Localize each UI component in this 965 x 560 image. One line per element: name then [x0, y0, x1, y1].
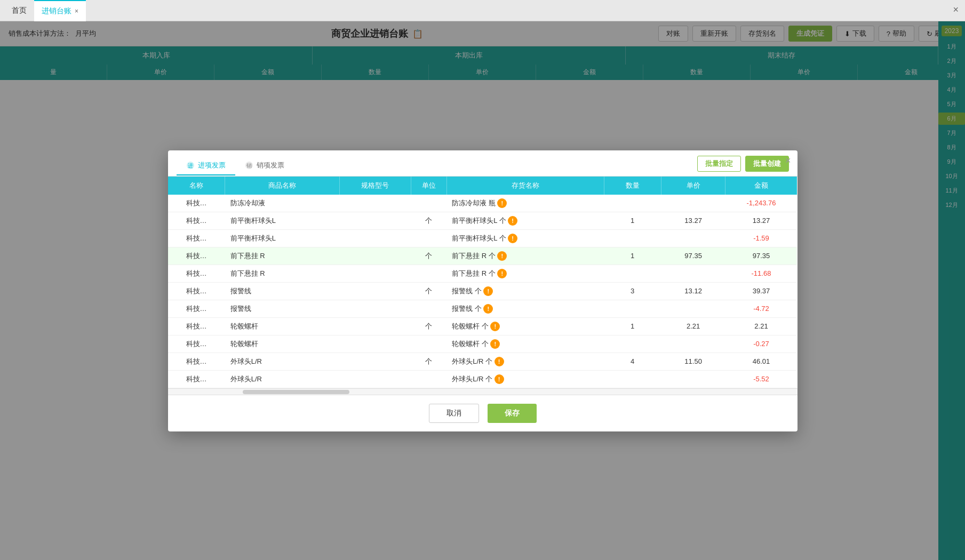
cell-unit	[411, 370, 446, 388]
modal-overlay: 进 进项发票 销 销项发票 批量指定 批量创建 ×	[0, 21, 965, 560]
cell-spec	[339, 317, 411, 335]
cell-amount: -1.59	[725, 229, 797, 247]
cell-inventory: 防冻冷却液 瓶 !	[446, 195, 604, 212]
cell-product-name: 前下悬挂 R	[225, 247, 339, 265]
modal-dialog: 进 进项发票 销 销项发票 批量指定 批量创建 ×	[168, 150, 797, 431]
cell-company: 科技…	[168, 247, 225, 265]
table-row[interactable]: 科技… 防冻冷却液 防冻冷却液 瓶 ! -1,243.76	[168, 195, 797, 212]
cell-amount: 46.01	[725, 353, 797, 370]
cell-spec	[339, 229, 411, 247]
cell-qty	[604, 195, 661, 212]
table-row[interactable]: 科技… 前下悬挂 R 前下悬挂 R 个 ! -11.68	[168, 265, 797, 282]
cell-amount: -1,243.76	[725, 195, 797, 212]
modal-footer: 取消 保存	[168, 395, 797, 431]
alert-icon: !	[497, 251, 507, 261]
table-row[interactable]: 科技… 前平衡杆球头L 个 前平衡杆球头L 个 ! 1 13.27 13.27	[168, 212, 797, 229]
alert-icon: !	[495, 374, 504, 384]
cell-qty	[604, 265, 661, 282]
table-row[interactable]: 科技… 前平衡杆球头L 前平衡杆球头L 个 ! -1.59	[168, 229, 797, 247]
cell-unit	[411, 229, 446, 247]
cell-price	[661, 370, 725, 388]
cell-product-name: 报警线	[225, 282, 339, 300]
cell-amount: 2.21	[725, 317, 797, 335]
table-row[interactable]: 科技… 报警线 个 报警线 个 ! 3 13.12 39.37	[168, 282, 797, 300]
batch-designate-button[interactable]: 批量指定	[697, 156, 741, 172]
col-spec: 规格型号	[339, 177, 411, 195]
modal-close-button[interactable]: ×	[785, 156, 791, 165]
cell-product-name: 防冻冷却液	[225, 195, 339, 212]
col-unit: 单位	[411, 177, 446, 195]
table-row[interactable]: 科技… 轮毂螺杆 轮毂螺杆 个 ! -0.27	[168, 335, 797, 353]
col-company: 名称	[168, 177, 225, 195]
batch-create-button[interactable]: 批量创建	[745, 156, 789, 172]
table-row[interactable]: 科技… 前下悬挂 R 个 前下悬挂 R 个 ! 1 97.35 97.35	[168, 247, 797, 265]
horizontal-scrollbar[interactable]	[168, 388, 797, 395]
cell-inventory: 轮毂螺杆 个 !	[446, 335, 604, 353]
tab-invoice-out-label: 销项发票	[257, 161, 284, 170]
cell-product-name: 轮毂螺杆	[225, 317, 339, 335]
alert-icon: !	[490, 339, 500, 349]
cell-company: 科技…	[168, 212, 225, 229]
tab-invoice-in[interactable]: 进 进项发票	[177, 156, 235, 175]
cell-spec	[339, 247, 411, 265]
cell-company: 科技…	[168, 229, 225, 247]
tab-ledger[interactable]: 进销台账 ×	[34, 0, 86, 21]
cell-unit	[411, 195, 446, 212]
table-row[interactable]: 科技… 轮毂螺杆 个 轮毂螺杆 个 ! 1 2.21 2.21	[168, 317, 797, 335]
col-product-name: 商品名称	[225, 177, 339, 195]
cell-qty	[604, 335, 661, 353]
cell-inventory: 报警线 个 !	[446, 300, 604, 317]
cell-unit: 个	[411, 212, 446, 229]
modal-action-buttons: 批量指定 批量创建	[697, 156, 789, 176]
alert-icon: !	[483, 286, 493, 296]
main-area: 销售成本计算方法： 月平均 商贸企业进销台账 📋 对账 重新开账 存货别名 生成…	[0, 21, 965, 560]
cell-amount: -11.68	[725, 265, 797, 282]
cell-amount: -0.27	[725, 335, 797, 353]
cell-product-name: 前平衡杆球头L	[225, 212, 339, 229]
cell-price	[661, 195, 725, 212]
tab-home[interactable]: 首页	[4, 0, 34, 21]
cell-qty	[604, 300, 661, 317]
alert-icon: !	[490, 322, 500, 331]
cell-qty	[604, 370, 661, 388]
table-row[interactable]: 科技… 报警线 报警线 个 ! -4.72	[168, 300, 797, 317]
modal-header: 进 进项发票 销 销项发票 批量指定 批量创建 ×	[168, 150, 797, 177]
window-close-button[interactable]: ×	[953, 4, 959, 15]
cell-company: 科技…	[168, 370, 225, 388]
cell-qty: 3	[604, 282, 661, 300]
scroll-thumb[interactable]	[243, 390, 349, 394]
cell-product-name: 报警线	[225, 300, 339, 317]
tab-invoice-out[interactable]: 销 销项发票	[235, 156, 294, 175]
alert-icon: !	[497, 269, 507, 278]
cancel-button[interactable]: 取消	[429, 404, 479, 423]
cell-unit	[411, 300, 446, 317]
invoice-table: 名称 商品名称 规格型号 单位 存货名称 数量 单价 金额 科技… 防冻冷却液	[168, 177, 797, 388]
cell-price: 11.50	[661, 353, 725, 370]
cell-price: 2.21	[661, 317, 725, 335]
cell-spec	[339, 282, 411, 300]
alert-icon: !	[495, 357, 504, 366]
cell-unit: 个	[411, 247, 446, 265]
cell-inventory: 报警线 个 !	[446, 282, 604, 300]
table-row[interactable]: 科技… 外球头L/R 个 外球头L/R 个 ! 4 11.50 46.01	[168, 353, 797, 370]
cell-product-name: 外球头L/R	[225, 370, 339, 388]
cell-inventory: 前平衡杆球头L 个 !	[446, 212, 604, 229]
table-row[interactable]: 科技… 外球头L/R 外球头L/R 个 ! -5.52	[168, 370, 797, 388]
cell-spec	[339, 265, 411, 282]
tab-home-label: 首页	[12, 6, 27, 15]
cell-spec	[339, 195, 411, 212]
svg-text:进: 进	[188, 163, 193, 169]
alert-icon: !	[508, 216, 517, 226]
cell-amount: -5.52	[725, 370, 797, 388]
cell-company: 科技…	[168, 195, 225, 212]
cell-price	[661, 335, 725, 353]
save-button[interactable]: 保存	[488, 404, 537, 423]
tab-invoice-in-label: 进项发票	[198, 161, 226, 170]
cell-inventory: 前平衡杆球头L 个 !	[446, 229, 604, 247]
cell-amount: -4.72	[725, 300, 797, 317]
cell-product-name: 轮毂螺杆	[225, 335, 339, 353]
tab-close-icon[interactable]: ×	[75, 7, 78, 15]
cell-qty: 4	[604, 353, 661, 370]
modal-table-container[interactable]: 名称 商品名称 规格型号 单位 存货名称 数量 单价 金额 科技… 防冻冷却液	[168, 177, 797, 388]
invoice-out-icon: 销	[245, 161, 253, 170]
